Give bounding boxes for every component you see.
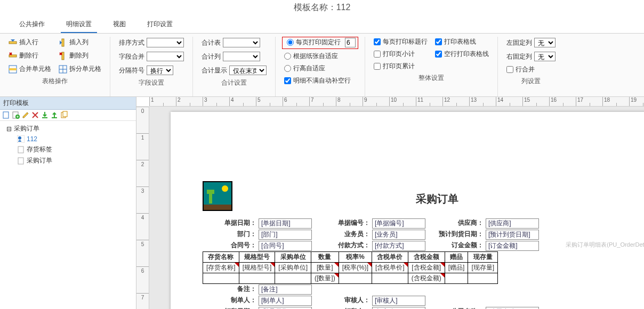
dept-field[interactable]: [部门] <box>259 230 312 240</box>
insert-col-button[interactable]: 插入列 <box>57 37 103 48</box>
right-fixed-select[interactable]: 无 <box>534 52 556 61</box>
export-icon[interactable] <box>50 111 59 119</box>
document-title[interactable]: 采购订单 <box>171 192 644 206</box>
print-grid-check[interactable] <box>435 38 442 45</box>
new-icon[interactable] <box>2 111 11 119</box>
table-cell[interactable] <box>203 273 239 284</box>
table-cell[interactable]: [赠品] <box>445 263 468 273</box>
table-watermark: 采购订单明细表(PU_OrderDetails)(Tab1) <box>566 241 644 249</box>
field-merge-select[interactable] <box>147 52 184 61</box>
table-cell[interactable]: [现存量] <box>468 263 498 273</box>
table-cell[interactable] <box>339 273 372 284</box>
canvas[interactable]: 采购订单 单据日期：[单据日期] 单据编号：[单据编号] 供应商：[供应商] 部… <box>149 107 644 309</box>
print-date-field[interactable]: [登录日期] <box>259 307 312 309</box>
delete-icon[interactable] <box>31 111 39 119</box>
contract-field[interactable]: [合同号] <box>259 241 312 251</box>
split-cells-button[interactable]: 拆分单元格 <box>57 63 103 75</box>
table-cell[interactable]: [采购单位] <box>275 263 311 273</box>
col-header[interactable]: 规格型号 <box>239 252 275 263</box>
sum-amt-cell[interactable]: (含税金额) <box>408 273 445 284</box>
auditor-field[interactable]: [审核人] <box>372 296 425 306</box>
delete-row-button[interactable]: 删除行 <box>6 50 53 61</box>
import-icon[interactable] <box>41 111 49 119</box>
table-cell[interactable] <box>372 273 408 284</box>
col-header[interactable]: 现存量 <box>468 252 498 263</box>
blank-grid-row[interactable]: 空行打印表格线 <box>433 49 491 59</box>
print-header-check[interactable] <box>374 38 381 45</box>
pay-mode-field[interactable]: [付款方式] <box>372 241 425 251</box>
deposit-field[interactable]: [订金金额] <box>486 241 539 251</box>
print-cumulative-row[interactable]: 打印页累计 <box>372 61 430 71</box>
tab-print[interactable]: 打印设置 <box>142 18 178 33</box>
print-cumulative-check[interactable] <box>374 63 381 70</box>
sum-qty-cell[interactable]: ([数量]) <box>311 273 339 284</box>
printer-field[interactable]: [打印人] <box>372 307 425 309</box>
table-cell[interactable]: [存货名称] <box>203 263 239 273</box>
sort-mode-select[interactable] <box>147 38 184 47</box>
ruler-tick: 4 <box>229 97 256 106</box>
table-cell[interactable] <box>468 273 498 284</box>
detail-table[interactable]: 存货名称 规格型号 采购单位 数量 税率% 含税单价 含税金额 赠品 现存量 [… <box>203 251 498 284</box>
add-icon[interactable] <box>12 111 20 119</box>
bill-date-field[interactable]: [单据日期] <box>259 218 312 229</box>
auto-height-radio-row[interactable]: 行高自适应 <box>282 63 358 74</box>
table-cell[interactable]: [数量] <box>311 263 339 273</box>
tree-item-order[interactable]: 采购订单 <box>2 155 134 166</box>
print-subtotal-check[interactable] <box>374 51 381 58</box>
tab-detail[interactable]: 明细设置 <box>61 18 97 33</box>
separator-select[interactable]: 换行 <box>147 66 173 75</box>
print-header-row[interactable]: 每页打印标题行 <box>372 37 430 47</box>
col-header[interactable]: 税率% <box>339 252 372 263</box>
fixed-rows-radio-row[interactable]: 每页打印固定行 <box>285 37 343 47</box>
edit-icon[interactable] <box>21 111 30 119</box>
bill-no-field[interactable]: [单据编号] <box>372 218 425 229</box>
tree-item-112[interactable]: 112 <box>2 134 134 144</box>
tree-item-label-tag[interactable]: 存货标签 <box>2 144 134 155</box>
blank-grid-check[interactable] <box>435 51 442 58</box>
left-fixed-select[interactable]: 无 <box>534 38 556 47</box>
svg-point-17 <box>18 136 21 140</box>
table-cell[interactable] <box>275 273 311 284</box>
print-grid-row[interactable]: 打印表格线 <box>433 37 491 47</box>
auto-paper-radio-row[interactable]: 根据纸张自适应 <box>282 51 358 61</box>
col-header[interactable]: 含税金额 <box>408 252 445 263</box>
table-cell[interactable]: [含税单价] <box>372 263 408 273</box>
delete-col-button[interactable]: 删除列 <box>57 50 103 61</box>
table-cell[interactable]: [规格型号] <box>239 263 275 273</box>
table-cell[interactable] <box>239 273 275 284</box>
supplier-field[interactable]: [供应商] <box>486 218 539 229</box>
total-show-select[interactable]: 仅在末页 <box>229 66 267 75</box>
print-subtotal-row[interactable]: 打印页小计 <box>372 49 430 59</box>
fixed-rows-radio[interactable] <box>287 39 294 46</box>
salesman-field[interactable]: [业务员] <box>372 230 425 240</box>
col-header[interactable]: 存货名称 <box>203 252 239 263</box>
col-header[interactable]: 含税单价 <box>372 252 408 263</box>
table-cell[interactable]: [税率(%)] <box>339 263 372 273</box>
col-header[interactable]: 采购单位 <box>275 252 311 263</box>
page[interactable]: 采购订单 单据日期：[单据日期] 单据编号：[单据编号] 供应商：[供应商] 部… <box>171 112 644 309</box>
tab-view[interactable]: 视图 <box>108 18 131 33</box>
fixed-rows-input[interactable] <box>345 38 356 47</box>
auto-height-radio[interactable] <box>284 65 291 72</box>
tree-root[interactable]: ⊟采购订单 <box>2 123 134 134</box>
creator-field[interactable]: [制单人] <box>259 296 312 306</box>
col-merge-check[interactable] <box>506 66 513 73</box>
col-header[interactable]: 赠品 <box>445 252 468 263</box>
insert-row-button[interactable]: 插入行 <box>6 37 53 48</box>
table-cell[interactable] <box>445 273 468 284</box>
company-field[interactable]: [公司名称] <box>486 307 539 309</box>
col-merge-row[interactable]: 行合并 <box>504 64 558 75</box>
auto-paper-radio[interactable] <box>284 53 291 60</box>
col-header[interactable]: 数量 <box>311 252 339 263</box>
tab-common[interactable]: 公共操作 <box>14 18 50 33</box>
total-table-select[interactable] <box>223 38 260 47</box>
separator-row: 分隔符号 换行 <box>117 64 186 76</box>
table-cell[interactable]: [含税金额] <box>408 263 445 273</box>
remark-field[interactable]: [备注] <box>259 284 312 295</box>
no-blank-check[interactable] <box>284 77 291 84</box>
merge-cells-button[interactable]: 合并单元格 <box>6 63 53 75</box>
total-col-select[interactable] <box>223 52 260 61</box>
expect-date-field[interactable]: [预计到货日期] <box>486 230 539 240</box>
copy-icon[interactable] <box>60 111 68 119</box>
no-blank-check-row[interactable]: 明细不满自动补空行 <box>282 76 358 86</box>
